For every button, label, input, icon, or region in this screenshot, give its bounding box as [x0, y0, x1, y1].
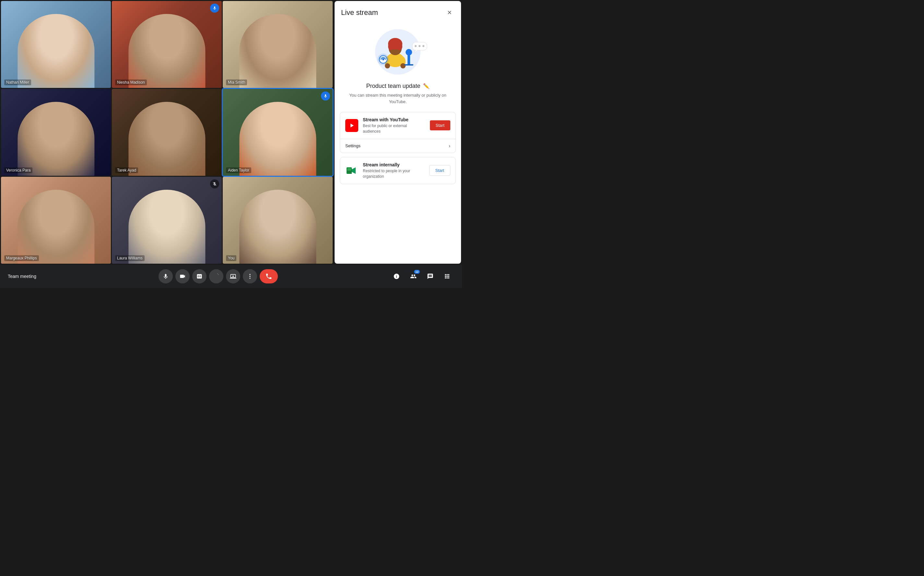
video-tile-tarek[interactable]: Tarek Ayad — [112, 89, 222, 176]
people-count-badge: 12 — [414, 270, 420, 274]
participant-name-niesha: Niesha Madison — [115, 80, 147, 85]
livestream-panel: Live stream ✕ — [335, 1, 461, 264]
internal-start-button[interactable]: Start — [429, 165, 450, 176]
participant-name-nathan: Nathan Miller — [4, 80, 31, 85]
activities-icon — [444, 273, 450, 280]
youtube-option-text: Stream with YouTube Best for public or e… — [363, 117, 425, 134]
more-options-icon — [247, 273, 253, 280]
captions-icon — [196, 273, 203, 280]
activities-button[interactable] — [440, 269, 454, 283]
raise-hand-icon — [213, 273, 220, 280]
svg-point-24 — [249, 276, 250, 277]
internal-option-text: Stream internally Restricted to people i… — [363, 162, 425, 179]
end-call-button[interactable] — [260, 269, 278, 283]
participant-name-veronica: Veronica Para — [4, 167, 32, 173]
camera-icon — [179, 273, 186, 280]
participant-name-aiden: Aiden Taylor — [226, 167, 251, 173]
main-area: Nathan Miller Niesha Madison Mia Smith V… — [0, 0, 462, 265]
youtube-start-button[interactable]: Start — [430, 120, 450, 130]
svg-point-18 — [418, 45, 420, 47]
panel-title: Live stream — [341, 8, 378, 17]
settings-chevron-icon: › — [449, 143, 450, 149]
svg-point-23 — [249, 274, 250, 275]
google-meet-icon — [345, 164, 358, 177]
svg-point-11 — [405, 49, 412, 56]
bottom-toolbar: Team meeting — [0, 265, 462, 288]
mic-active-indicator-niesha — [210, 3, 219, 13]
internal-stream-main: Stream internally Restricted to people i… — [340, 157, 455, 184]
mic-muted-indicator-laura — [210, 179, 219, 189]
video-tile-you[interactable]: You — [223, 177, 333, 264]
video-tile-niesha[interactable]: Niesha Madison — [112, 1, 222, 88]
internal-stream-card: Stream internally Restricted to people i… — [340, 157, 456, 184]
youtube-stream-main: Stream with YouTube Best for public or e… — [340, 112, 455, 139]
close-panel-button[interactable]: ✕ — [444, 8, 455, 18]
livestream-illustration — [365, 24, 430, 76]
panel-description: You can stream this meeting internally o… — [335, 91, 461, 110]
panel-header: Live stream ✕ — [335, 1, 461, 21]
more-options-button[interactable] — [243, 269, 257, 283]
svg-point-15 — [382, 58, 384, 60]
raise-hand-button[interactable] — [209, 269, 223, 283]
svg-point-4 — [388, 43, 393, 50]
svg-point-17 — [415, 45, 417, 47]
meeting-name-row: Product team update ✏️ — [335, 80, 461, 91]
info-icon — [393, 273, 400, 280]
video-grid: Nathan Miller Niesha Madison Mia Smith V… — [0, 0, 334, 265]
video-tile-veronica[interactable]: Veronica Para — [1, 89, 111, 176]
end-call-icon — [265, 273, 272, 280]
captions-button[interactable] — [192, 269, 206, 283]
video-tile-margeaux[interactable]: Margeaux Phillips — [1, 177, 111, 264]
meeting-info-button[interactable] — [389, 269, 404, 283]
video-tile-mia[interactable]: Mia Smith — [223, 1, 333, 88]
participant-name-mia: Mia Smith — [226, 80, 247, 85]
edit-meeting-name-icon[interactable]: ✏️ — [423, 83, 429, 89]
svg-rect-12 — [404, 64, 413, 66]
youtube-option-title: Stream with YouTube — [363, 117, 425, 123]
present-button[interactable] — [226, 269, 240, 283]
internal-option-title: Stream internally — [363, 162, 425, 168]
camera-button[interactable] — [176, 269, 190, 283]
video-tile-aiden[interactable]: Aiden Taylor — [223, 89, 333, 176]
svg-point-9 — [401, 63, 405, 69]
people-icon — [410, 273, 417, 280]
settings-label: Settings — [345, 143, 361, 148]
panel-illustration — [335, 21, 461, 80]
chat-icon — [427, 273, 434, 280]
microphone-button[interactable] — [158, 269, 173, 283]
participant-name-tarek: Tarek Ayad — [115, 167, 138, 173]
microphone-icon — [163, 273, 169, 280]
present-icon — [230, 273, 236, 280]
youtube-icon — [345, 119, 358, 132]
internal-option-desc: Restricted to people in your organizatio… — [363, 168, 425, 179]
toolbar-controls — [158, 269, 278, 283]
video-tile-laura[interactable]: Laura Williams — [112, 177, 222, 264]
youtube-stream-card: Stream with YouTube Best for public or e… — [340, 112, 456, 153]
mic-active-indicator-aiden — [321, 91, 330, 101]
chat-button[interactable] — [423, 269, 437, 283]
participant-name-laura: Laura Williams — [115, 255, 145, 261]
people-button[interactable]: 12 — [406, 269, 420, 283]
svg-point-25 — [249, 278, 250, 278]
participant-name-you: You — [226, 255, 236, 261]
meeting-name: Product team update — [366, 83, 420, 90]
participant-name-margeaux: Margeaux Phillips — [4, 255, 39, 261]
toolbar-right: 12 — [389, 269, 454, 283]
settings-row[interactable]: Settings › — [340, 139, 455, 153]
meeting-title-label: Team meeting — [8, 274, 47, 279]
video-tile-nathan[interactable]: Nathan Miller — [1, 1, 111, 88]
youtube-option-desc: Best for public or external audiences — [363, 123, 425, 134]
svg-point-5 — [397, 43, 402, 50]
youtube-play-triangle — [351, 123, 354, 128]
svg-point-19 — [423, 45, 424, 47]
